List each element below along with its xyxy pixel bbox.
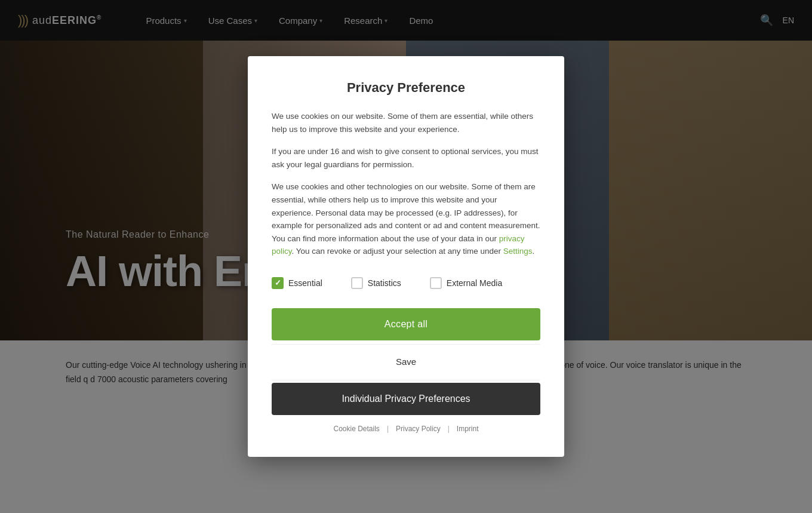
statistics-checkbox[interactable] [351, 277, 363, 289]
modal-footer: Cookie Details | Privacy Policy | Imprin… [272, 425, 540, 433]
modal-para2: If you are under 16 and wish to give con… [272, 145, 540, 171]
checkbox-row: Essential Statistics External Media [272, 272, 540, 294]
external-media-checkbox-item: External Media [430, 277, 502, 289]
footer-separator-1: | [387, 425, 389, 433]
modal-para3: We use cookies and other technologies on… [272, 180, 540, 258]
modal-overlay: Privacy Preference We use cookies on our… [0, 0, 812, 513]
settings-link[interactable]: Settings [503, 247, 533, 256]
privacy-policy-footer-link[interactable]: Privacy Policy [396, 425, 441, 433]
imprint-link[interactable]: Imprint [457, 425, 479, 433]
statistics-label[interactable]: Statistics [368, 278, 401, 288]
essential-checkbox-item: Essential [272, 277, 322, 289]
modal-title: Privacy Preference [272, 80, 540, 96]
divider-2 [272, 380, 540, 380]
footer-separator-2: | [448, 425, 450, 433]
privacy-modal: Privacy Preference We use cookies on our… [248, 56, 564, 457]
divider-1 [272, 344, 540, 345]
statistics-checkbox-item: Statistics [351, 277, 401, 289]
essential-label[interactable]: Essential [288, 278, 322, 288]
individual-preferences-button[interactable]: Individual Privacy Preferences [272, 383, 540, 415]
external-media-checkbox[interactable] [430, 277, 442, 289]
essential-checkbox[interactable] [272, 277, 284, 289]
modal-para1: We use cookies on our website. Some of t… [272, 110, 540, 136]
accept-all-button[interactable]: Accept all [272, 308, 540, 340]
save-button[interactable]: Save [272, 347, 540, 376]
external-media-label[interactable]: External Media [447, 278, 502, 288]
cookie-details-link[interactable]: Cookie Details [334, 425, 380, 433]
